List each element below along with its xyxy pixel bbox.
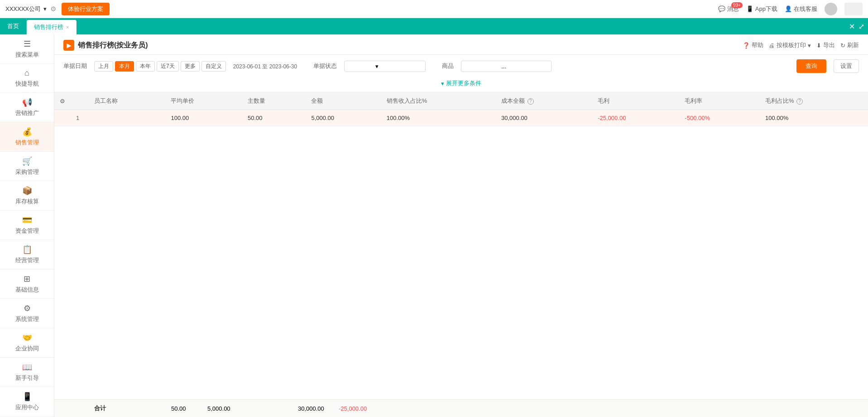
sidebar-item-label: 经营管理 (15, 256, 39, 264)
window-close-icon[interactable]: ✕ (849, 22, 855, 31)
cost-help-icon[interactable]: ? (528, 98, 534, 105)
export-icon: ⬇ (816, 42, 821, 49)
window-expand-icon[interactable]: ⤢ (858, 22, 864, 31)
export-label: 导出 (823, 41, 835, 49)
goods-label: 商品 (442, 62, 454, 70)
date-range: 2023-06-01 至 2023-06-30 (233, 63, 297, 71)
cell-cost-amount: 30,000.00 (496, 110, 592, 126)
sidebar-item-sales[interactable]: 💰 销售管理 (0, 122, 54, 152)
clipboard-icon: 📋 (22, 244, 32, 254)
sidebar-item-apps[interactable]: 📱 应用中心 (0, 387, 54, 417)
footer-main-qty: 50.00 (171, 405, 207, 412)
cell-gross-rate: -500.00% (679, 110, 760, 126)
app-download-button[interactable]: 📱 App下载 (746, 5, 777, 13)
online-service-button[interactable]: 👤 在线客服 (785, 5, 817, 13)
goods-ellipsis: ... (501, 63, 506, 70)
cell-avg-price: 100.00 (165, 110, 242, 126)
sidebar-item-quicknav[interactable]: ⌂ 快捷导航 (0, 64, 54, 93)
apps-icon: 📱 (22, 392, 32, 402)
company-name: XXXXXX公司 (5, 5, 41, 13)
sidebar-item-purchase[interactable]: 🛒 采购管理 (0, 152, 54, 181)
tab-sales-ranking[interactable]: 销售排行榜 × (27, 20, 77, 34)
gear2-icon: ⚙ (24, 303, 31, 313)
sidebar-item-inventory[interactable]: 📦 库存核算 (0, 181, 54, 211)
sidebar-item-system[interactable]: ⚙ 系统管理 (0, 299, 54, 328)
online-service-label: 在线客服 (794, 5, 817, 13)
sidebar-item-label: 基础信息 (15, 286, 39, 294)
table-row: 1 100.00 50.00 5,000.00 100.00% 30,000.0… (54, 110, 868, 126)
sidebar-item-guide[interactable]: 📖 新手引导 (0, 358, 54, 387)
status-label: 单据状态 (313, 62, 337, 70)
tab-spacer (77, 18, 845, 34)
table-header-row: ⚙ 员工名称 平均单价 主数量 全额 销售收入占比% 成本全额 ? 毛利 毛利率 (54, 92, 868, 110)
table-footer: 合计 50.00 5,000.00 30,000.00 -25,000.00 (54, 399, 868, 417)
avatar-name[interactable] (844, 3, 863, 15)
sidebar-item-label: 营销推广 (15, 109, 39, 117)
sidebar-item-label: 搜索菜单 (15, 51, 39, 59)
date-btn-this-year[interactable]: 本年 (136, 61, 155, 72)
help-button[interactable]: ❓ 帮助 (743, 41, 763, 49)
sidebar-item-marketing[interactable]: 📢 营销推广 (0, 93, 54, 122)
cell-main-qty: 50.00 (242, 110, 306, 126)
home-icon: ⌂ (24, 68, 29, 78)
app-download-label: App下载 (755, 5, 777, 13)
refresh-icon: ↻ (840, 42, 845, 49)
filter-settings-button[interactable]: 设置 (834, 59, 859, 73)
expand-icon: ▾ (441, 80, 444, 87)
date-btn-this-month[interactable]: 本月 (115, 61, 134, 72)
page-area: ▶ 销售排行榜(按业务员) ❓ 帮助 🖨 按模板打印 ▾ ⬇ 导出 (54, 34, 868, 417)
col-gross-rate: 毛利率 (679, 92, 760, 110)
col-avg-price: 平均单价 (165, 92, 242, 110)
date-btn-more[interactable]: 更多 (181, 61, 200, 72)
cell-gross-pct: 100.00% (760, 110, 868, 126)
try-industry-button[interactable]: 体验行业方案 (62, 3, 110, 15)
top-header: XXXXXX公司 ▾ ⚙ 体验行业方案 💬 消息 99+ 📱 App下载 👤 在… (0, 0, 868, 18)
refresh-label: 刷新 (847, 41, 859, 49)
refresh-button[interactable]: ↻ 刷新 (840, 41, 859, 49)
tab-home[interactable]: 首页 (0, 18, 27, 34)
page-title: 销售排行榜(按业务员) (78, 41, 148, 50)
expand-more-button[interactable]: ▾ 展开更多条件 (441, 79, 481, 87)
sidebar-item-label: 采购管理 (15, 168, 39, 176)
date-btn-last-month[interactable]: 上月 (94, 61, 113, 72)
col-gross-pct: 毛利占比% ? (760, 92, 868, 110)
grid-icon: ⊞ (24, 274, 30, 284)
sidebar-item-operations[interactable]: 📋 经营管理 (0, 240, 54, 269)
megaphone-icon: 📢 (22, 97, 32, 107)
sidebar-item-basic-info[interactable]: ⊞ 基础信息 (0, 269, 54, 299)
print-button[interactable]: 🖨 按模板打印 ▾ (769, 41, 811, 49)
col-sales-pct: 销售收入占比% (381, 92, 496, 110)
footer-amount: 5,000.00 (207, 405, 248, 412)
gross-pct-help-icon[interactable]: ? (796, 98, 803, 105)
date-btn-7days[interactable]: 近7天 (157, 61, 179, 72)
col-rank (71, 92, 89, 110)
page-actions: ❓ 帮助 🖨 按模板打印 ▾ ⬇ 导出 ↻ 刷新 (743, 41, 859, 49)
sidebar-item-finance[interactable]: 💳 资金管理 (0, 211, 54, 240)
col-settings[interactable]: ⚙ (54, 92, 71, 110)
query-button[interactable]: 查询 (796, 59, 826, 73)
data-table: ⚙ 员工名称 平均单价 主数量 全额 销售收入占比% 成本全额 ? 毛利 毛利率 (54, 92, 868, 126)
cell-settings (54, 110, 71, 126)
goods-select[interactable]: ... (461, 61, 551, 72)
tab-close-icon[interactable]: × (66, 24, 69, 30)
footer-cost-amount: 30,000.00 (298, 405, 339, 412)
toggle-arrow-button[interactable]: ▶ (63, 40, 74, 51)
avatar[interactable] (825, 3, 837, 15)
cell-rank: 1 (71, 110, 89, 126)
gear-icon[interactable]: ⚙ (50, 5, 56, 13)
headset-icon: 👤 (785, 5, 792, 12)
print-label: 按模板打印 (777, 41, 806, 49)
book-icon: 📖 (22, 362, 32, 372)
col-name: 员工名称 (89, 92, 165, 110)
sidebar-item-search[interactable]: ☰ 搜索菜单 (0, 34, 54, 64)
date-btn-custom[interactable]: 自定义 (201, 61, 226, 72)
footer-gross-profit: -25,000.00 (339, 405, 379, 412)
sidebar-item-enterprise[interactable]: 🤝 企业协同 (0, 328, 54, 358)
footer-cells: 合计 50.00 5,000.00 30,000.00 -25,000.00 (60, 404, 863, 412)
sidebar-item-label: 企业协同 (15, 345, 39, 353)
export-button[interactable]: ⬇ 导出 (816, 41, 835, 49)
status-select[interactable]: ▾ (344, 61, 426, 72)
tab-window-actions: ✕ ⤢ (845, 18, 868, 34)
message-button[interactable]: 💬 消息 99+ (718, 5, 739, 13)
company-selector[interactable]: XXXXXX公司 ▾ (5, 5, 47, 13)
